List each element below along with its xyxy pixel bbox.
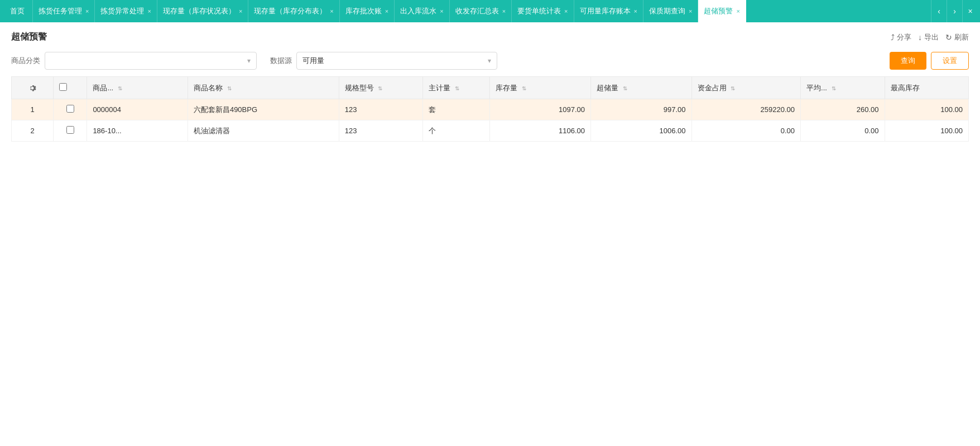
category-dropdown-arrow: ▾	[247, 57, 251, 65]
datasource-dropdown-arrow: ▾	[488, 57, 491, 65]
action-buttons: 查询 设置	[890, 52, 969, 70]
close-avail-ledger[interactable]: ×	[634, 8, 637, 14]
nav-tab-avail-ledger[interactable]: 可用量库存账本 ×	[574, 0, 643, 22]
col-header-maxstock: 最高库存	[885, 77, 969, 99]
col-header-unit: 主计量 ⇅	[423, 77, 490, 99]
share-icon: ⤴	[891, 33, 895, 42]
nav-tab-requisition[interactable]: 要货单统计表 ×	[512, 0, 574, 22]
close-recv-send[interactable]: ×	[502, 8, 506, 14]
close-batch[interactable]: ×	[385, 8, 388, 14]
category-label: 商品分类	[11, 56, 40, 66]
table-row: 1 0000004 六配套新昌490BPG 123 套 1097.00 997.…	[12, 99, 969, 120]
row-num-0: 1	[12, 99, 54, 120]
col-header-over: 超储量 ⇅	[590, 77, 691, 99]
sort-avg-icon[interactable]: ⇅	[832, 85, 836, 91]
col-header-stock: 库存量 ⇅	[490, 77, 591, 99]
datasource-select-value: 可用量	[302, 56, 324, 66]
nav-tab-home[interactable]: 首页	[2, 0, 33, 22]
refresh-icon: ↻	[945, 33, 952, 42]
export-button[interactable]: ↓ 导出	[918, 32, 939, 42]
nav-tab-inout-flow[interactable]: 出入库流水 ×	[395, 0, 449, 22]
page-content: 超储预警 ⤴ 分享 ↓ 导出 ↻ 刷新 商品分类 ▾ 数据源	[0, 22, 980, 151]
row-avg-1: 0.00	[801, 120, 885, 142]
row-stock-1: 1106.00	[490, 120, 591, 142]
datasource-select[interactable]: 可用量 ▾	[296, 52, 497, 70]
col-header-sku: 商品... ⇅	[87, 77, 188, 99]
col-header-name: 商品名称 ⇅	[188, 77, 339, 99]
nav-arrow-close-tab[interactable]: ×	[962, 0, 978, 22]
row-checkbox-1[interactable]	[66, 126, 74, 134]
row-spec-1: 123	[339, 120, 422, 142]
table-header-row: 商品... ⇅ 商品名称 ⇅ 规格型号 ⇅ 主计量 ⇅ 库存量 ⇅	[12, 77, 969, 99]
sort-capital-icon[interactable]: ⇅	[731, 85, 735, 91]
nav-arrow-left[interactable]: ‹	[931, 0, 947, 22]
close-stock-status[interactable]: ×	[239, 8, 242, 14]
close-expiry[interactable]: ×	[689, 8, 692, 14]
close-overstock[interactable]: ×	[736, 8, 739, 14]
row-spec-0: 123	[339, 99, 422, 120]
nav-tab-stock-status[interactable]: 现存量（库存状况表） ×	[157, 0, 248, 22]
datasource-label: 数据源	[270, 56, 292, 66]
sort-unit-icon[interactable]: ⇅	[455, 85, 459, 91]
row-check-1	[54, 120, 87, 142]
query-button[interactable]: 查询	[890, 52, 926, 70]
title-actions: ⤴ 分享 ↓ 导出 ↻ 刷新	[891, 32, 969, 42]
nav-arrows: ‹ › ×	[931, 0, 978, 22]
row-capital-0: 259220.00	[691, 99, 801, 120]
settings-button[interactable]: 设置	[931, 52, 969, 70]
row-check-0	[54, 99, 87, 120]
filter-row: 商品分类 ▾ 数据源 可用量 ▾ 查询 设置	[11, 52, 969, 70]
page-title: 超储预警	[11, 31, 47, 43]
sort-spec-icon[interactable]: ⇅	[378, 85, 382, 91]
datasource-filter-group: 数据源 可用量 ▾	[270, 52, 497, 70]
row-name-0: 六配套新昌490BPG	[188, 99, 339, 120]
row-over-1: 1006.00	[590, 120, 691, 142]
row-maxstock-0: 100.00	[885, 99, 969, 120]
row-sku-1: 186-10...	[87, 120, 188, 142]
row-maxstock-1: 100.00	[885, 120, 969, 142]
col-header-capital: 资金占用 ⇅	[691, 77, 801, 99]
nav-tab-batch[interactable]: 库存批次账 ×	[340, 0, 395, 22]
nav-tab-overstock[interactable]: 超储预警 ×	[698, 0, 746, 22]
row-capital-1: 0.00	[691, 120, 801, 142]
row-over-0: 997.00	[590, 99, 691, 120]
col-header-gear	[12, 77, 54, 99]
sort-stock-icon[interactable]: ⇅	[522, 85, 526, 91]
row-unit-1: 个	[423, 120, 490, 142]
refresh-button[interactable]: ↻ 刷新	[945, 32, 969, 42]
select-all-checkbox[interactable]	[59, 83, 67, 91]
sort-sku-icon[interactable]: ⇅	[118, 85, 122, 91]
row-sku-0: 0000004	[87, 99, 188, 120]
nav-tab-expiry[interactable]: 保质期查询 ×	[643, 0, 698, 22]
close-task-mgmt[interactable]: ×	[85, 8, 89, 14]
row-stock-0: 1097.00	[490, 99, 591, 120]
row-avg-0: 260.00	[801, 99, 885, 120]
table-row: 2 186-10... 机油滤清器 123 个 1106.00 1006.00 …	[12, 120, 969, 142]
close-stock-dist[interactable]: ×	[330, 8, 333, 14]
close-abnormal[interactable]: ×	[147, 8, 151, 14]
page-title-row: 超储预警 ⤴ 分享 ↓ 导出 ↻ 刷新	[11, 31, 969, 43]
nav-tab-stock-dist[interactable]: 现存量（库存分布表） ×	[248, 0, 339, 22]
row-checkbox-0[interactable]	[66, 105, 74, 113]
gear-icon[interactable]	[28, 84, 37, 93]
row-unit-0: 套	[423, 99, 490, 120]
sort-over-icon[interactable]: ⇅	[623, 85, 627, 91]
top-nav: 首页 拣货任务管理 × 拣货异常处理 × 现存量（库存状况表） × 现存量（库存…	[0, 0, 980, 22]
nav-tab-task-mgmt[interactable]: 拣货任务管理 ×	[33, 0, 95, 22]
close-requisition[interactable]: ×	[564, 8, 568, 14]
data-table: 商品... ⇅ 商品名称 ⇅ 规格型号 ⇅ 主计量 ⇅ 库存量 ⇅	[11, 76, 969, 142]
category-select[interactable]: ▾	[45, 52, 257, 70]
export-icon: ↓	[918, 33, 922, 42]
nav-tab-recv-send[interactable]: 收发存汇总表 ×	[450, 0, 512, 22]
col-header-avg: 平均... ⇅	[801, 77, 885, 99]
category-filter-group: 商品分类 ▾	[11, 52, 257, 70]
share-button[interactable]: ⤴ 分享	[891, 32, 911, 42]
col-header-checkbox	[54, 77, 87, 99]
row-name-1: 机油滤清器	[188, 120, 339, 142]
col-header-spec: 规格型号 ⇅	[339, 77, 422, 99]
nav-tab-abnormal[interactable]: 拣货异常处理 ×	[95, 0, 157, 22]
sort-name-icon[interactable]: ⇅	[227, 85, 232, 91]
nav-arrow-right[interactable]: ›	[947, 0, 962, 22]
row-num-1: 2	[12, 120, 54, 142]
close-inout-flow[interactable]: ×	[440, 8, 443, 14]
